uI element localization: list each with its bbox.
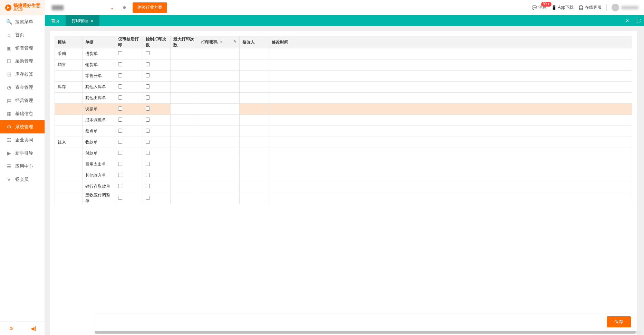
cell-doc: 成本调整单 — [83, 115, 115, 126]
cell-doc: 进货单 — [83, 48, 115, 59]
help-icon[interactable]: ? — [220, 40, 222, 44]
save-button[interactable]: 保存 — [607, 316, 631, 327]
ctrl-count-checkbox[interactable] — [146, 106, 150, 111]
after-audit-checkbox[interactable] — [118, 151, 122, 155]
edit-icon[interactable]: ✎ — [233, 39, 237, 44]
cell-module — [55, 159, 83, 170]
th-mod-time: 修改时间 — [269, 36, 632, 48]
sidebar-item-collab[interactable]: ☷企业协同 — [0, 133, 45, 147]
table-row: 费用支出单 — [55, 159, 632, 170]
sidebar-item-search[interactable]: 🔍搜索菜单 — [0, 15, 45, 28]
after-audit-checkbox[interactable] — [118, 173, 122, 177]
cell-max-count — [171, 126, 198, 137]
online-service-button[interactable]: 🎧 在线客服 — [578, 4, 602, 10]
cell-mod-time — [269, 192, 632, 204]
after-audit-checkbox[interactable] — [118, 73, 122, 77]
main: 首页打印管理✕ ✕ ⛶ 模块 单据 仅审核后打印 控制打印次数 最大打印次数 — [45, 15, 644, 335]
after-audit-checkbox[interactable] — [118, 162, 122, 166]
ctrl-count-checkbox[interactable] — [146, 73, 150, 77]
sidebar-item-sales[interactable]: ▣销售管理 — [0, 41, 45, 55]
tab-home[interactable]: 首页 — [45, 15, 66, 26]
ctrl-count-checkbox[interactable] — [146, 95, 150, 100]
sidebar-item-funds[interactable]: ◔资金管理 — [0, 81, 45, 94]
ctrl-count-checkbox[interactable] — [146, 62, 150, 66]
after-audit-checkbox[interactable] — [118, 140, 122, 144]
after-audit-checkbox[interactable] — [118, 184, 122, 188]
sidebar-item-basic[interactable]: ▦基础信息 — [0, 107, 45, 120]
account-selector[interactable]: ████ ⌄ — [48, 2, 117, 13]
th-module: 模块 — [55, 36, 83, 48]
cell-pwd — [198, 181, 240, 192]
sidebar-item-home[interactable]: ⌂首页 — [0, 28, 45, 41]
after-audit-checkbox[interactable] — [118, 196, 122, 200]
ctrl-count-checkbox[interactable] — [146, 140, 150, 144]
table-row: 其他出库单 — [55, 93, 632, 104]
messages-button[interactable]: 💬 消息 99 + — [532, 4, 547, 10]
cell-pwd — [198, 148, 240, 159]
sidebar-item-vip[interactable]: V畅会员 — [0, 173, 45, 186]
industry-plan-button[interactable]: 体验行业方案 — [133, 2, 167, 13]
close-icon: ✕ — [626, 18, 629, 23]
settings-gear-button[interactable]: ⚙ — [119, 3, 129, 12]
cell-ctrl-count — [143, 93, 171, 104]
cell-modifier — [240, 59, 269, 71]
sidebar-item-inventory[interactable]: ⌸库存核算 — [0, 68, 45, 81]
pwd-input[interactable] — [198, 104, 239, 114]
cell-mod-time — [269, 71, 632, 82]
sidebar-item-label: 应用中心 — [15, 163, 33, 169]
ctrl-count-checkbox[interactable] — [146, 129, 150, 133]
cell-doc: 付款单 — [83, 148, 115, 159]
sidebar-item-report[interactable]: ▤经营管理 — [0, 94, 45, 107]
cell-modifier — [240, 82, 269, 93]
sidebar-item-guide[interactable]: ▶新手引导 — [0, 147, 45, 160]
logo[interactable]: 畅捷通好生意 精品版 — [0, 0, 45, 15]
sidebar-item-apps[interactable]: ☰应用中心 — [0, 160, 45, 173]
fullscreen-icon: ⛶ — [636, 18, 641, 23]
after-audit-checkbox[interactable] — [118, 129, 122, 133]
fullscreen-button[interactable]: ⛶ — [633, 15, 644, 26]
cell-ctrl-count — [143, 82, 171, 93]
sidebar-item-label: 经营管理 — [15, 97, 33, 104]
cell-after-audit — [115, 59, 143, 71]
cell-doc: 盘点单 — [83, 126, 115, 137]
cell-after-audit — [115, 137, 143, 148]
after-audit-checkbox[interactable] — [118, 95, 122, 100]
settings-icon[interactable]: ⚙ — [8, 326, 14, 331]
cell-mod-time — [269, 82, 632, 93]
cell-mod-time — [269, 104, 632, 115]
after-audit-checkbox[interactable] — [118, 84, 122, 89]
collapse-icon[interactable]: ◀| — [31, 326, 36, 331]
user-name-blurred — [621, 6, 638, 9]
purchase-icon: ☐ — [6, 58, 12, 64]
ctrl-count-checkbox[interactable] — [146, 151, 150, 155]
th-after-audit: 仅审核后打印 — [115, 36, 143, 48]
vip-icon: V — [6, 177, 12, 182]
ctrl-count-checkbox[interactable] — [146, 118, 150, 122]
cell-module — [55, 170, 83, 181]
ctrl-count-checkbox[interactable] — [146, 173, 150, 177]
horizontal-scrollbar[interactable] — [95, 331, 641, 334]
tab-close-all[interactable]: ✕ — [622, 15, 633, 26]
cell-mod-time — [269, 59, 632, 71]
after-audit-checkbox[interactable] — [118, 62, 122, 66]
table-row: 应收应付调整单 — [55, 192, 632, 204]
ctrl-count-checkbox[interactable] — [146, 184, 150, 188]
ctrl-count-checkbox[interactable] — [146, 162, 150, 166]
after-audit-checkbox[interactable] — [118, 106, 122, 111]
table-row: 成本调整单 — [55, 115, 632, 126]
after-audit-checkbox[interactable] — [118, 118, 122, 122]
sidebar-item-system[interactable]: ⚙系统管理 — [0, 120, 45, 133]
ctrl-count-checkbox[interactable] — [146, 196, 150, 200]
user-menu[interactable] — [612, 4, 638, 11]
sidebar-item-purchase[interactable]: ☐采购管理 — [0, 55, 45, 68]
max-count-input[interactable] — [171, 104, 198, 114]
tab-print[interactable]: 打印管理✕ — [66, 15, 99, 26]
app-download-button[interactable]: 📱 App下载 — [551, 4, 574, 10]
cell-ctrl-count — [143, 181, 171, 192]
tab-close-icon[interactable]: ✕ — [90, 19, 93, 23]
cell-module: 销售 — [55, 59, 83, 71]
table-row: 银行存取款单 — [55, 181, 632, 192]
ctrl-count-checkbox[interactable] — [146, 84, 150, 89]
after-audit-checkbox[interactable] — [118, 51, 122, 55]
ctrl-count-checkbox[interactable] — [146, 51, 150, 55]
